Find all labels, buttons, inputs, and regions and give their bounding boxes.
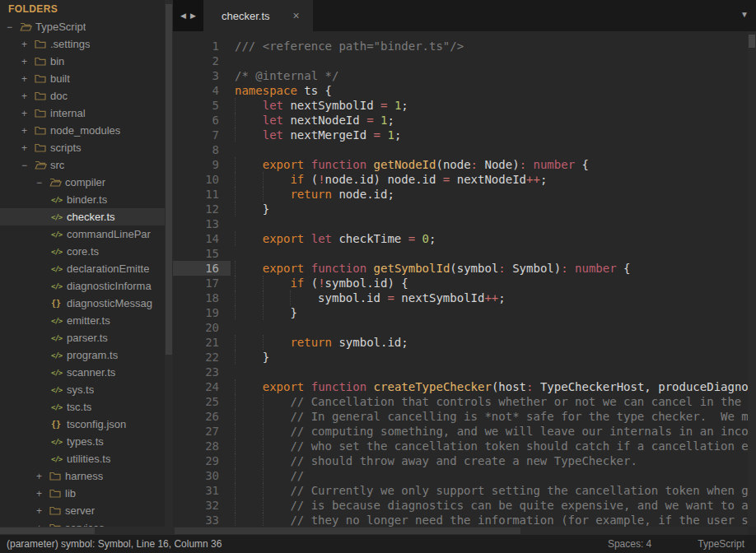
sidebar-item-tsconfig-json[interactable]: {}tsconfig.json — [0, 416, 165, 433]
code-token: if — [290, 173, 304, 186]
code-line: 5let nextSymbolId = 1; — [173, 98, 748, 113]
code-token — [304, 158, 310, 171]
sidebar-item-declarationemitte[interactable]: </>declarationEmitte — [0, 260, 165, 277]
sidebar-item-emitter-ts[interactable]: </>emitter.ts — [0, 312, 165, 329]
expand-icon[interactable]: + — [36, 488, 49, 500]
code-text[interactable] — [231, 216, 748, 231]
editor-vertical-scrollbar-thumb[interactable] — [749, 35, 755, 48]
sidebar-item-types-ts[interactable]: </>types.ts — [0, 433, 165, 450]
code-text[interactable]: export function createTypeChecker(host: … — [231, 379, 748, 394]
code-text[interactable]: return symbol.id; — [231, 335, 748, 350]
code-text[interactable]: // they no longer need the information (… — [231, 513, 748, 527]
code-text[interactable]: /// <reference path="binder.ts"/> — [231, 39, 748, 53]
code-text[interactable]: // who set the cancellation token should… — [231, 439, 748, 453]
tab-checker-ts[interactable]: checker.ts× — [203, 0, 313, 31]
collapse-icon[interactable]: − — [21, 160, 35, 171]
code-text[interactable]: // should throw away and create a new Ty… — [231, 453, 748, 468]
sidebar-item-server[interactable]: +server — [0, 502, 165, 519]
sidebar-item-core-ts[interactable]: </>core.ts — [0, 243, 165, 260]
code-text[interactable]: return node.id; — [231, 187, 748, 202]
sidebar-vertical-scrollbar-thumb[interactable] — [166, 4, 172, 355]
sidebar-item-diagnosticinforma[interactable]: </>diagnosticInforma — [0, 277, 165, 295]
code-editor[interactable]: 1/// <reference path="binder.ts"/>23/* @… — [173, 31, 748, 534]
sidebar-horizontal-scrollbar-thumb[interactable] — [0, 527, 95, 534]
indent-guide — [235, 261, 263, 276]
sidebar-item-harness[interactable]: +harness — [0, 467, 165, 485]
code-token: getNodeId — [374, 158, 436, 171]
code-text[interactable]: // Currently we only support setting the… — [231, 483, 748, 498]
sidebar-item-utilities-ts[interactable]: </>utilities.ts — [0, 450, 165, 467]
code-text[interactable] — [231, 53, 748, 68]
code-token: nextNodeId — [283, 114, 366, 127]
tab-overflow-icon[interactable]: ▼ — [740, 0, 749, 28]
sidebar-item-binder-ts[interactable]: </>binder.ts — [0, 191, 165, 208]
sidebar-item-lib[interactable]: +lib — [0, 485, 165, 502]
expand-icon[interactable]: + — [36, 471, 49, 482]
collapse-icon[interactable]: − — [7, 21, 20, 33]
code-text[interactable]: export let checkTime = 0; — [231, 231, 748, 246]
sidebar-item-sys-ts[interactable]: </>sys.ts — [0, 381, 165, 398]
sidebar-item-node-modules[interactable]: +node_modules — [0, 122, 165, 139]
expand-icon[interactable]: + — [36, 505, 49, 517]
status-syntax[interactable]: TypeScript — [698, 538, 744, 550]
sidebar-item-tsc-ts[interactable]: </>tsc.ts — [0, 398, 165, 416]
code-token: ! — [318, 173, 324, 186]
sidebar-item-label: parser.ts — [67, 332, 108, 344]
code-text[interactable]: } — [231, 202, 748, 216]
collapse-icon[interactable]: − — [36, 177, 49, 188]
sidebar-item-bin[interactable]: +bin — [0, 53, 165, 70]
code-text[interactable]: // In general cancelling is *not* safe f… — [231, 409, 748, 424]
sidebar-item-scripts[interactable]: +scripts — [0, 139, 165, 156]
sidebar-item-src[interactable]: −src — [0, 156, 165, 174]
expand-icon[interactable]: + — [21, 39, 35, 50]
sidebar-item-parser-ts[interactable]: </>parser.ts — [0, 329, 165, 346]
sidebar-item-program-ts[interactable]: </>program.ts — [0, 346, 165, 364]
code-text[interactable]: export function getSymbolId(symbol: Symb… — [231, 261, 748, 276]
sidebar-item-doc[interactable]: +doc — [0, 87, 165, 105]
expand-icon[interactable]: + — [21, 56, 35, 67]
tab-forward-icon[interactable]: ▶ — [190, 12, 196, 20]
code-token: // Currently we only support setting the… — [290, 484, 748, 497]
close-icon[interactable]: × — [293, 10, 300, 21]
code-text[interactable]: let nextNodeId = 1; — [231, 113, 748, 128]
code-text[interactable]: // is because diagnostics can be quite e… — [231, 498, 748, 513]
code-text[interactable] — [231, 246, 748, 261]
sidebar-item-diagnosticmessag[interactable]: {}diagnosticMessag — [0, 295, 165, 312]
expand-icon[interactable]: + — [21, 73, 35, 85]
sidebar-item-built[interactable]: +built — [0, 70, 165, 87]
tab-back-icon[interactable]: ◀ — [180, 12, 186, 20]
sidebar-item-typescript[interactable]: −TypeScript — [0, 18, 165, 35]
sidebar-item-commandlinepar[interactable]: </>commandLinePar — [0, 225, 165, 243]
expand-icon[interactable]: + — [21, 125, 35, 137]
code-text[interactable]: } — [231, 305, 748, 320]
sidebar-item-settings[interactable]: +.settings — [0, 35, 165, 53]
code-token: // — [290, 469, 304, 482]
code-text[interactable]: symbol.id = nextSymbolId++; — [231, 290, 748, 305]
line-number: 8 — [173, 142, 231, 157]
sidebar-item-scanner-ts[interactable]: </>scanner.ts — [0, 364, 165, 381]
code-text[interactable]: export function getNodeId(node: Node): n… — [231, 157, 748, 172]
tab-nav-arrows: ◀ ▶ — [173, 0, 203, 31]
code-text[interactable]: if (!node.id) node.id = nextNodeId++; — [231, 172, 748, 187]
status-indent[interactable]: Spaces: 4 — [608, 538, 651, 550]
code-text[interactable]: // computing something, and we will leav… — [231, 424, 748, 439]
code-text[interactable]: let nextMergeId = 1; — [231, 128, 748, 142]
code-text[interactable] — [231, 142, 748, 157]
code-text[interactable]: // — [231, 468, 748, 483]
expand-icon[interactable]: + — [21, 91, 35, 102]
code-text[interactable]: let nextSymbolId = 1; — [231, 98, 748, 113]
code-text[interactable]: namespace ts { — [231, 83, 748, 98]
editor-horizontal-scrollbar-thumb[interactable] — [175, 527, 520, 534]
sidebar-item-compiler[interactable]: −compiler — [0, 174, 165, 191]
code-text[interactable]: /* @internal */ — [231, 68, 748, 83]
expand-icon[interactable]: + — [21, 108, 35, 119]
sidebar-item-checker-ts[interactable]: </>checker.ts — [0, 208, 165, 225]
expand-icon[interactable]: + — [21, 142, 35, 154]
code-text[interactable] — [231, 320, 748, 335]
sidebar-item-internal[interactable]: +internal — [0, 105, 165, 122]
code-text[interactable]: if (!symbol.id) { — [231, 276, 748, 290]
indent-guide — [235, 409, 263, 424]
code-text[interactable]: // Cancellation that controls whether or… — [231, 394, 748, 409]
code-text[interactable]: } — [231, 350, 748, 365]
code-text[interactable] — [231, 365, 748, 379]
